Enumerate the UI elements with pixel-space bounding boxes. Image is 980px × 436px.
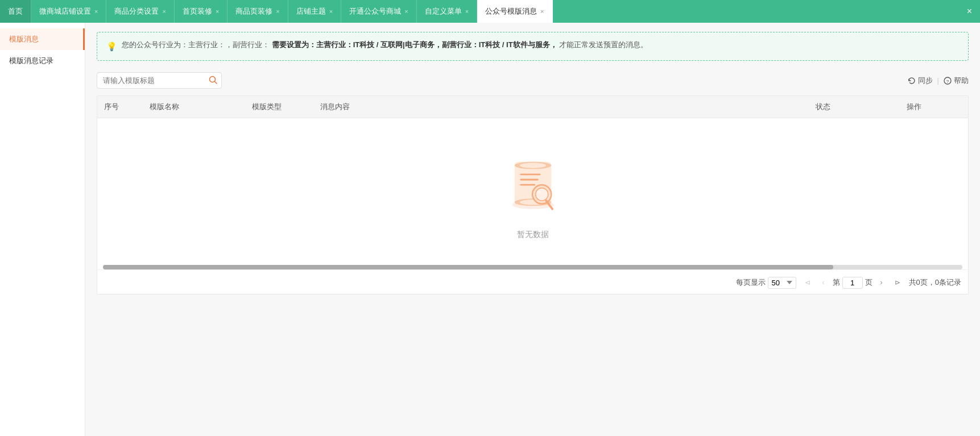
toolbar-right: 同步 | ? 帮助 xyxy=(908,76,969,86)
notice-bar: 💡 您的公众号行业为：主营行业：，副营行业： 需要设置为：主营行业：IT科技 /… xyxy=(97,32,969,61)
nav-tab-custommenu-label: 自定义菜单 xyxy=(425,6,462,16)
sidebar-item-template-msg-record[interactable]: 模版消息记录 xyxy=(0,50,85,72)
divider: | xyxy=(937,76,939,85)
horizontal-scrollbar[interactable] xyxy=(103,265,962,269)
table-col-index: 序号 xyxy=(97,96,143,118)
page-number-input[interactable] xyxy=(842,277,863,289)
sync-label: 同步 xyxy=(918,76,933,86)
svg-line-1 xyxy=(215,81,217,84)
nav-tab-homepage[interactable]: 首页装修 × xyxy=(175,0,228,23)
nav-tab-homepage-label: 首页装修 xyxy=(183,6,212,16)
svg-point-6 xyxy=(519,163,545,168)
pagination: 每页显示 50 10 20 100 ⊲ ‹ 第 xyxy=(97,269,968,294)
page-size-select[interactable]: 50 10 20 100 xyxy=(768,277,796,289)
last-page-button[interactable]: ⊳ xyxy=(891,276,904,289)
empty-text: 暂无数据 xyxy=(517,230,549,240)
table-col-action: 操作 xyxy=(900,96,968,118)
help-label: 帮助 xyxy=(954,76,969,86)
notice-text: 您的公众号行业为：主营行业：，副营行业： 需要设置为：主营行业：IT科技 / 互… xyxy=(122,39,648,51)
search-input[interactable] xyxy=(97,72,222,89)
empty-state: 暂无数据 xyxy=(97,118,968,263)
next-page-icon: › xyxy=(880,279,883,286)
close-icon[interactable]: × xyxy=(162,8,166,15)
nav-tab-wshop-label: 微商城店铺设置 xyxy=(39,6,91,16)
page-controls: ⊲ ‹ 第 页 › ⊳ xyxy=(801,276,904,289)
table-col-type: 模版类型 xyxy=(245,96,313,118)
sidebar-item-template-msg[interactable]: 模版消息 xyxy=(0,28,85,50)
svg-point-16 xyxy=(537,190,541,193)
sidebar-item-template-msg-label: 模版消息 xyxy=(9,35,39,43)
page-di-label: 第 xyxy=(833,277,840,288)
empty-illustration xyxy=(499,152,567,221)
help-button[interactable]: ? 帮助 xyxy=(944,76,969,86)
close-icon[interactable]: × xyxy=(465,8,469,15)
table-col-status: 状态 xyxy=(809,96,900,118)
close-icon[interactable]: × xyxy=(540,8,544,15)
close-icon[interactable]: × xyxy=(216,8,219,15)
scrollbar-thumb[interactable] xyxy=(103,265,833,269)
search-bar: 同步 | ? 帮助 xyxy=(97,72,969,89)
nav-tab-custommenu[interactable]: 自定义菜单 × xyxy=(417,0,477,23)
content-area: 💡 您的公众号行业为：主营行业：，副营行业： 需要设置为：主营行业：IT科技 /… xyxy=(85,23,980,436)
table-header: 序号 模版名称 模版类型 消息内容 状态 操作 xyxy=(97,96,968,118)
prev-page-icon: ‹ xyxy=(822,279,825,286)
notice-icon: 💡 xyxy=(106,40,117,53)
nav-tab-productpage[interactable]: 商品页装修 × xyxy=(228,0,288,23)
top-navigation: 首页 微商城店铺设置 × 商品分类设置 × 首页装修 × 商品页装修 × 店铺主… xyxy=(0,0,980,23)
first-page-button[interactable]: ⊲ xyxy=(801,276,814,289)
notice-highlight: 需要设置为：主营行业：IT科技 / 互联网|电子商务，副营行业：IT科技 / I… xyxy=(272,40,557,49)
sync-icon xyxy=(908,77,916,85)
nav-tab-productpage-label: 商品页装修 xyxy=(235,6,272,16)
nav-tab-templatemsg-label: 公众号模版消息 xyxy=(485,6,537,16)
close-icon[interactable]: × xyxy=(329,8,333,15)
nav-tab-wshop[interactable]: 微商城店铺设置 × xyxy=(31,0,106,23)
first-page-icon: ⊲ xyxy=(805,279,811,286)
page-size-label: 每页显示 xyxy=(736,277,766,288)
close-icon[interactable]: × xyxy=(404,8,408,15)
nav-tab-theme-label: 店铺主题 xyxy=(296,6,326,16)
page-label: 页 xyxy=(865,277,873,288)
close-icon[interactable]: × xyxy=(276,8,279,15)
nav-tab-openstore-label: 开通公众号商城 xyxy=(349,6,401,16)
page-size-wrap: 每页显示 50 10 20 100 xyxy=(736,277,796,289)
prev-page-button[interactable]: ‹ xyxy=(817,276,830,289)
main-layout: 模版消息 模版消息记录 💡 您的公众号行业为：主营行业：，副营行业： 需要设置为… xyxy=(0,23,980,436)
total-text: 共0页，0条记录 xyxy=(909,277,961,288)
nav-tab-category-label: 商品分类设置 xyxy=(114,6,159,16)
nav-tab-home[interactable]: 首页 xyxy=(0,0,31,23)
data-table: 序号 模版名称 模版类型 消息内容 状态 操作 xyxy=(97,95,969,294)
nav-tab-templatemsg[interactable]: 公众号模版消息 × xyxy=(477,0,552,23)
sidebar-item-template-msg-record-label: 模版消息记录 xyxy=(9,56,53,65)
svg-text:?: ? xyxy=(946,78,949,84)
next-page-button[interactable]: › xyxy=(875,276,888,289)
sidebar: 模版消息 模版消息记录 xyxy=(0,23,85,436)
search-input-wrap xyxy=(97,72,222,89)
help-icon: ? xyxy=(944,77,952,85)
close-icon[interactable]: × xyxy=(94,8,98,15)
search-button[interactable] xyxy=(209,76,217,86)
table-col-name: 模版名称 xyxy=(143,96,245,118)
close-all-button[interactable]: × xyxy=(959,6,980,16)
table-col-content: 消息内容 xyxy=(313,96,809,118)
nav-tab-openstore[interactable]: 开通公众号商城 × xyxy=(341,0,416,23)
nav-tab-theme[interactable]: 店铺主题 × xyxy=(288,0,341,23)
nav-tab-category[interactable]: 商品分类设置 × xyxy=(106,0,174,23)
last-page-icon: ⊳ xyxy=(895,279,900,286)
nav-tab-home-label: 首页 xyxy=(8,6,23,16)
sync-button[interactable]: 同步 xyxy=(908,76,933,86)
